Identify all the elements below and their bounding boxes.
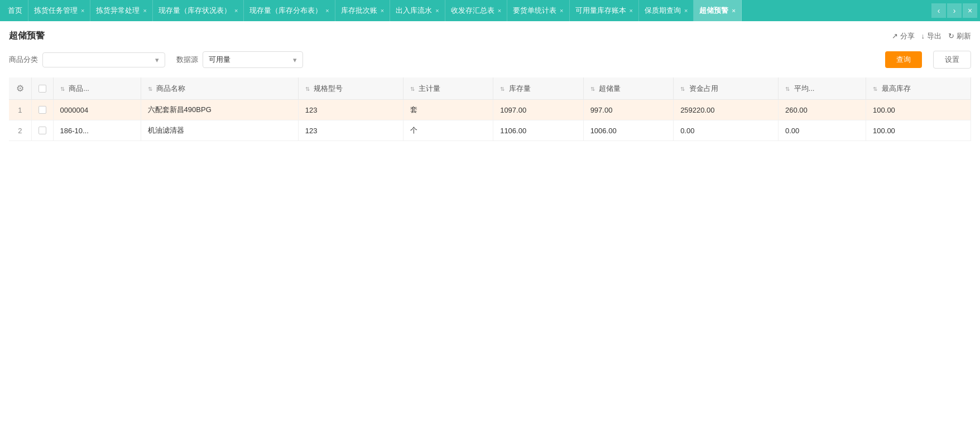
row-spec: 123 bbox=[298, 100, 403, 120]
tab-home[interactable]: 首页 bbox=[2, 0, 28, 21]
tab-stock-dist[interactable]: 现存量（库存分布表） × bbox=[244, 0, 335, 21]
row-overstock: 997.00 bbox=[583, 100, 673, 120]
page-actions: ↗ 分享 ↓ 导出 ↻ 刷新 bbox=[892, 31, 972, 41]
filter-row: 商品分类 ▾ 数据源 可用量 ▾ 查询 设置 bbox=[9, 51, 971, 69]
export-label: 导出 bbox=[927, 31, 941, 41]
tab-abnormal-label: 拣货异常处理 bbox=[96, 6, 140, 16]
page-container: 超储预警 ↗ 分享 ↓ 导出 ↻ 刷新 商品分类 ▾ 数据源 bbox=[0, 21, 980, 446]
top-nav: 首页 拣货任务管理 × 拣货异常处理 × 现存量（库存状况表） × 现存量（库存… bbox=[0, 0, 980, 21]
settings-button-wrapper: 设置 bbox=[933, 51, 971, 69]
row-stock: 1106.00 bbox=[493, 120, 583, 141]
tab-available[interactable]: 可用量库存账本 × bbox=[570, 0, 639, 21]
select-all-checkbox[interactable] bbox=[39, 85, 46, 93]
row-checkbox[interactable] bbox=[39, 106, 46, 114]
th-product-code: ⇅ 商品... bbox=[53, 77, 141, 100]
sort-overstock-icon: ⇅ bbox=[590, 86, 595, 92]
share-label: 分享 bbox=[900, 31, 915, 41]
th-spec-label: 规格型号 bbox=[314, 84, 343, 93]
tab-stock-dist-close[interactable]: × bbox=[325, 7, 329, 14]
th-avg-label: 平均... bbox=[794, 84, 815, 93]
data-table: ⚙ ⇅ 商品... ⇅ 商品名称 ⇅ 规格型号 bbox=[9, 77, 971, 141]
share-link[interactable]: ↗ 分享 bbox=[892, 31, 915, 41]
nav-next-button[interactable]: › bbox=[947, 3, 962, 18]
tab-collect-close[interactable]: × bbox=[498, 7, 501, 14]
nav-arrows: ‹ › × bbox=[931, 3, 978, 18]
page-title: 超储预警 bbox=[9, 30, 45, 42]
tab-abnormal-close[interactable]: × bbox=[143, 7, 146, 14]
tab-stock-dist-label: 现存量（库存分布表） bbox=[249, 6, 322, 16]
th-unit-label: 主计量 bbox=[419, 84, 440, 93]
row-checkbox-cell bbox=[31, 100, 53, 120]
tab-batch-close[interactable]: × bbox=[381, 7, 384, 14]
th-product-name-label: 商品名称 bbox=[156, 84, 185, 93]
refresh-link[interactable]: ↻ 刷新 bbox=[948, 31, 971, 41]
table-row: 2 186-10... 机油滤清器 123 个 1106.00 1006.00 … bbox=[9, 120, 971, 141]
tab-task-mgmt[interactable]: 拣货任务管理 × bbox=[28, 0, 90, 21]
share-icon: ↗ bbox=[892, 32, 898, 40]
datasource-filter: 数据源 可用量 ▾ bbox=[176, 51, 303, 68]
tab-expiry[interactable]: 保质期查询 × bbox=[639, 0, 694, 21]
datasource-select[interactable]: 可用量 ▾ bbox=[203, 51, 303, 68]
th-stock-label: 库存量 bbox=[509, 84, 531, 93]
tab-abnormal[interactable]: 拣货异常处理 × bbox=[90, 0, 152, 21]
tab-task-mgmt-close[interactable]: × bbox=[81, 7, 84, 14]
th-spec: ⇅ 规格型号 bbox=[298, 77, 403, 100]
tab-expiry-label: 保质期查询 bbox=[645, 6, 681, 16]
sort-unit-icon: ⇅ bbox=[410, 86, 415, 92]
datasource-chevron-icon: ▾ bbox=[293, 56, 297, 64]
tab-available-label: 可用量库存账本 bbox=[575, 6, 626, 16]
row-index: 2 bbox=[9, 120, 31, 141]
th-unit: ⇅ 主计量 bbox=[403, 77, 493, 100]
row-capital: 259220.00 bbox=[674, 100, 779, 120]
sort-stock-icon: ⇅ bbox=[500, 86, 505, 92]
row-product-code: 186-10... bbox=[53, 120, 141, 141]
tab-inout-close[interactable]: × bbox=[435, 7, 439, 14]
nav-prev-button[interactable]: ‹ bbox=[931, 3, 946, 18]
row-avg: 260.00 bbox=[778, 100, 866, 120]
row-product-name: 六配套新昌490BPG bbox=[141, 100, 298, 120]
tab-batch[interactable]: 库存批次账 × bbox=[335, 0, 390, 21]
tab-inout[interactable]: 出入库流水 × bbox=[390, 0, 445, 21]
table-body: 1 0000004 六配套新昌490BPG 123 套 1097.00 997.… bbox=[9, 100, 971, 141]
row-checkbox[interactable] bbox=[39, 127, 46, 134]
datasource-label: 数据源 bbox=[176, 55, 198, 65]
row-checkbox-cell bbox=[31, 120, 53, 141]
table-settings-icon[interactable]: ⚙ bbox=[16, 84, 24, 93]
export-link[interactable]: ↓ 导出 bbox=[921, 31, 942, 41]
tab-inout-label: 出入库流水 bbox=[396, 6, 432, 16]
tab-overstock-label: 超储预警 bbox=[699, 6, 728, 16]
th-capital-label: 资金占用 bbox=[689, 84, 718, 93]
tab-available-close[interactable]: × bbox=[630, 7, 633, 14]
sort-product-code-icon: ⇅ bbox=[60, 86, 65, 92]
row-capital: 0.00 bbox=[674, 120, 779, 141]
query-button[interactable]: 查询 bbox=[885, 51, 922, 68]
tab-order-stat[interactable]: 要货单统计表 × bbox=[507, 0, 569, 21]
tab-expiry-close[interactable]: × bbox=[684, 7, 688, 14]
tab-order-stat-label: 要货单统计表 bbox=[513, 6, 556, 16]
table-header-row: ⚙ ⇅ 商品... ⇅ 商品名称 ⇅ 规格型号 bbox=[9, 77, 971, 100]
sort-product-name-icon: ⇅ bbox=[148, 86, 152, 92]
row-index: 1 bbox=[9, 100, 31, 120]
tab-overstock[interactable]: 超储预警 × bbox=[694, 0, 741, 21]
row-stock: 1097.00 bbox=[493, 100, 583, 120]
category-select[interactable]: ▾ bbox=[42, 52, 165, 67]
row-avg: 0.00 bbox=[778, 120, 866, 141]
category-chevron-icon: ▾ bbox=[155, 56, 159, 64]
tab-overstock-close[interactable]: × bbox=[732, 7, 735, 14]
th-product-code-label: 商品... bbox=[69, 84, 89, 93]
tab-order-stat-close[interactable]: × bbox=[560, 7, 563, 14]
tab-task-mgmt-label: 拣货任务管理 bbox=[34, 6, 78, 16]
tab-stock-status[interactable]: 现存量（库存状况表） × bbox=[153, 0, 244, 21]
nav-close-button[interactable]: × bbox=[963, 3, 977, 18]
sort-avg-icon: ⇅ bbox=[785, 86, 790, 92]
sort-spec-icon: ⇅ bbox=[305, 86, 310, 92]
th-settings: ⚙ bbox=[9, 77, 31, 100]
row-product-name: 机油滤清器 bbox=[141, 120, 298, 141]
page-header: 超储预警 ↗ 分享 ↓ 导出 ↻ 刷新 bbox=[9, 30, 971, 42]
tab-stock-status-close[interactable]: × bbox=[234, 7, 238, 14]
settings-button[interactable]: 设置 bbox=[933, 51, 971, 69]
tab-stock-status-label: 现存量（库存状况表） bbox=[158, 6, 231, 16]
tab-collect[interactable]: 收发存汇总表 × bbox=[445, 0, 507, 21]
tab-home-label: 首页 bbox=[8, 6, 22, 16]
category-label: 商品分类 bbox=[9, 55, 38, 65]
